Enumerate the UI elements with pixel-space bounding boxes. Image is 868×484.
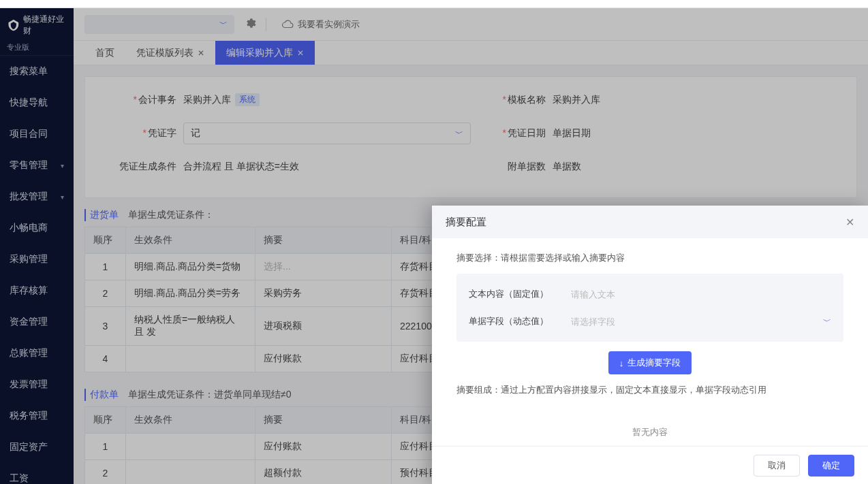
modal-help: 摘要选择：请根据需要选择或输入摘要内容 — [456, 252, 843, 264]
ok-button[interactable]: 确定 — [808, 455, 854, 477]
text-fixed-input[interactable] — [571, 289, 831, 300]
compose-label: 摘要组成：通过上方配置内容拼接显示，固定文本直接显示，单据字段动态引用 — [456, 384, 843, 396]
close-icon[interactable]: ✕ — [846, 216, 854, 229]
field-dynamic-label: 单据字段（动态值） — [469, 315, 571, 327]
field-dynamic-select[interactable] — [571, 317, 823, 327]
chevron-down-icon[interactable]: ﹀ — [823, 316, 831, 327]
modal-title: 摘要配置 — [446, 216, 486, 229]
browser-chrome — [0, 0, 868, 8]
download-icon: ↓ — [619, 358, 624, 368]
cancel-button[interactable]: 取消 — [754, 455, 800, 477]
empty-state: 暂无内容 — [456, 406, 843, 446]
generate-summary-label: 生成摘要字段 — [627, 357, 681, 369]
generate-summary-button[interactable]: ↓ 生成摘要字段 — [608, 351, 692, 374]
summary-config-modal: 摘要配置 ✕ 摘要选择：请根据需要选择或输入摘要内容 文本内容（固定值） 单据字… — [432, 206, 868, 484]
text-fixed-label: 文本内容（固定值） — [469, 288, 571, 300]
